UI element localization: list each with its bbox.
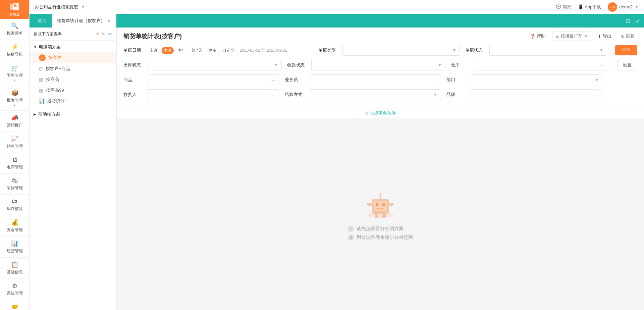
user-menu[interactable]: Ea demo2 ▼ [608, 2, 639, 12]
consignee-dots-icon: ··· [270, 92, 276, 97]
scheme-item-by-customer-goods[interactable]: ⊞ 按客户+商品 [30, 63, 116, 74]
sidebar-item-basic-info[interactable]: 📋 基础信息 [0, 258, 29, 279]
sidebar-item-finance[interactable]: 💰 资金管理 [0, 215, 29, 237]
mobile-group-label: 移动端方案 [38, 111, 60, 117]
ecommerce-icon: 🖥 [12, 156, 18, 163]
tab-sales-stat[interactable]: 销货单统计表（按客户） ✕ [52, 14, 116, 28]
export-btn[interactable]: ⬇ 导出 [595, 32, 614, 41]
settlement-select[interactable]: ▼ [309, 89, 441, 100]
dept-chevron-icon: ▼ [595, 78, 599, 82]
shortcut-custom[interactable]: 自定义 [220, 47, 236, 54]
industry-title: 办公用品行业模拟账套 ▼ [35, 4, 85, 10]
warehouse-filter-label: 仓库 [451, 62, 470, 68]
scheme-query-label: 按以下方案查询 [34, 31, 62, 37]
collab-icon: 🤝 [11, 303, 18, 310]
sidebar-item-quick-nav[interactable]: ⚡ 快捷导航 [0, 40, 29, 61]
user-name: demo2 [619, 4, 633, 9]
shortcut-last-month[interactable]: 上月 [148, 47, 160, 54]
sidebar-item-sales[interactable]: 📈 销售管理 [0, 132, 29, 153]
sidebar-item-collab[interactable]: 🤝 企业协同 [0, 300, 29, 310]
scheme-item-label: 按客户+商品 [46, 66, 70, 72]
sidebar-item-label: 营销推广 [7, 122, 23, 128]
sidebar-item-search[interactable]: 🔍 搜索菜单 [0, 19, 29, 40]
by-goods99-icon: ▦ [39, 88, 43, 93]
message-label: 消息 [562, 4, 571, 10]
brand-input[interactable]: ··· [471, 89, 602, 100]
doc-status-select[interactable]: ▼ [489, 45, 607, 56]
message-btn[interactable]: 💬 消息 [556, 4, 571, 10]
app-download-btn[interactable]: 📱 App下载 [578, 4, 601, 10]
collapse-more-conditions-bar[interactable]: ∧ 收起更多条件 [117, 108, 644, 118]
filter-row-3: 商品 ··· 业务员 ··· 部门 ▼ [123, 74, 637, 85]
operations-icon: 📊 [11, 240, 18, 247]
sidebar-item-wholesale[interactable]: 📦 批发管理 ▲ [0, 86, 29, 111]
tab-close-btn[interactable]: ✕ [107, 18, 111, 23]
scheme-item-by-goods[interactable]: ▦ 按商品 [30, 74, 116, 85]
page-actions: ❓ 帮助 🖨 按模板打印 ▼ ⬇ 导出 ↻ [527, 32, 637, 41]
sidebar-item-ecommerce[interactable]: 🖥 电商管理 [0, 153, 29, 174]
scheme-item-return-stat[interactable]: 📊 退货统计 [30, 96, 116, 106]
date-shortcuts: 上月 本月 本年 近7天 更多 自定义 [148, 47, 236, 54]
sidebar-item-label: 搜索菜单 [7, 31, 23, 36]
scheme-item-label: 按商品99 [46, 87, 64, 93]
consignee-input[interactable]: ··· [148, 89, 279, 100]
shipment-select[interactable]: ▼ [148, 60, 282, 70]
goods-input[interactable]: ··· [148, 74, 279, 85]
shortcut-last-7days[interactable]: 近7天 [190, 47, 204, 54]
tab-home-label: 首页 [38, 18, 46, 24]
shortcut-more[interactable]: 更多 [206, 47, 218, 54]
sidebar-item-retail[interactable]: 🛒 零售管理 ▼ [0, 61, 29, 86]
tab-sales-stat-label: 销货单统计表（按客户） [57, 18, 105, 24]
print-btn[interactable]: 🖨 按模板打印 ▼ [552, 32, 591, 41]
salesperson-filter-label: 业务员 [285, 77, 304, 83]
collapse-up-icon: ∧ [365, 111, 370, 116]
top-header: 办公用品行业模拟账套 ▼ 💬 消息 📱 App下载 Ea demo2 ▼ [30, 0, 644, 14]
print-label: 按模板打印 [561, 33, 583, 39]
svg-rect-3 [14, 5, 16, 6]
payment-select[interactable]: ▼ [311, 60, 445, 70]
purchase-icon: 🛍 [12, 177, 18, 184]
svg-rect-4 [14, 6, 16, 7]
shipment-chevron-icon: ▼ [274, 63, 278, 67]
sidebar-item-operations[interactable]: 📊 经营管理 [0, 237, 29, 258]
tab-home[interactable]: 首页 [32, 14, 52, 28]
warehouse-input[interactable]: ··· [475, 60, 609, 70]
header-actions: 💬 消息 📱 App下载 Ea demo2 ▼ [556, 2, 639, 12]
scheme-group-mobile-header[interactable]: ▶ 移动端方案 [30, 109, 116, 119]
main-area: 办公用品行业模拟账套 ▼ 💬 消息 📱 App下载 Ea demo2 ▼ 首 [30, 0, 644, 310]
scheme-item-by-customer[interactable]: 人 按客户 [30, 52, 116, 63]
collapse-scheme-btn[interactable]: ≪ [107, 31, 112, 37]
scheme-item-by-goods99[interactable]: ▦ 按商品99 [30, 85, 116, 96]
tab-maximize-icon[interactable]: ⤢ [634, 16, 641, 25]
search-icon: 🔍 [11, 22, 18, 30]
salesperson-input[interactable]: ··· [309, 74, 441, 85]
collapse-label: 收起更多条件 [370, 111, 396, 116]
empty-hints: 1 请先选择要分析的方案 2 用过滤条件来缩小分析范围 [348, 226, 413, 243]
refresh-btn[interactable]: ↻ 刷新 [618, 32, 637, 41]
sidebar-item-purchase[interactable]: 🛍 采购管理 [0, 174, 29, 195]
tab-restore-icon[interactable]: ⊡ [625, 16, 632, 25]
sidebar-item-marketing[interactable]: 📣 营销推广 [0, 111, 29, 132]
doc-type-select[interactable]: ▼ [342, 45, 460, 56]
sidebar-item-label: 系统管理 [7, 291, 23, 296]
svg-rect-10 [367, 203, 372, 206]
scheme-actions: + ✎ ≪ [96, 31, 112, 37]
add-scheme-btn[interactable]: + [96, 31, 99, 37]
settings-button[interactable]: 设置 [617, 60, 637, 70]
scheme-group-pc-header[interactable]: ▼ 电脑端方案 [30, 42, 116, 52]
doc-status-filter-label: 单据状态 [465, 47, 484, 53]
consignee-filter-label: 收货人 [123, 92, 142, 98]
help-btn[interactable]: ❓ 帮助 [527, 32, 548, 41]
shortcut-this-year[interactable]: 本年 [176, 47, 188, 54]
app-download-icon: 📱 [578, 4, 583, 9]
sidebar-item-inventory[interactable]: 🗂 库存核算 [0, 195, 29, 215]
page-title-row: 销货单统计表(按客户) ❓ 帮助 🖨 按模板打印 ▼ ⬇ [123, 32, 637, 41]
goods-filter-label: 商品 [123, 77, 142, 83]
edit-scheme-btn[interactable]: ✎ [101, 31, 105, 37]
dept-select[interactable]: ▼ [471, 74, 602, 85]
sidebar-item-system[interactable]: ⚙ 系统管理 [0, 279, 29, 300]
query-button[interactable]: 查询 [615, 45, 637, 55]
doc-type-filter-label: 单据类型 [318, 47, 337, 53]
page-title: 销货单统计表(按客户) [123, 32, 182, 40]
shortcut-this-month[interactable]: 本月 [162, 47, 174, 54]
